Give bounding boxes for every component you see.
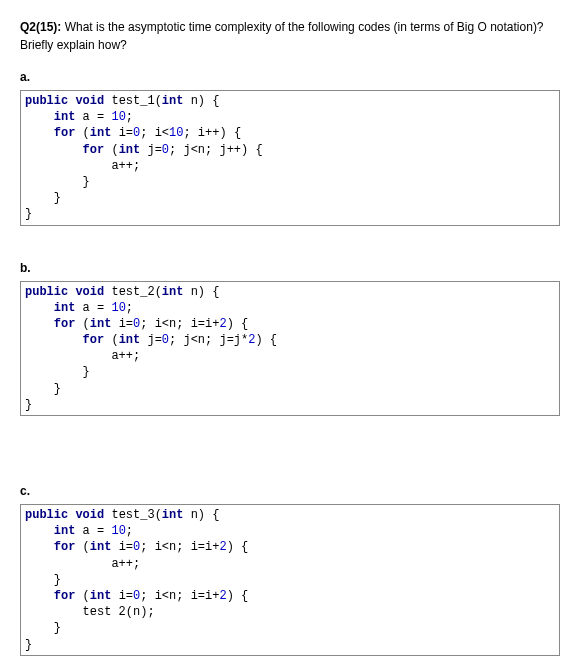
- question-label: Q2(15):: [20, 20, 61, 34]
- code-text: }: [54, 382, 61, 396]
- keyword: int: [119, 143, 141, 157]
- keyword: int: [119, 333, 141, 347]
- keyword: void: [75, 285, 104, 299]
- part-c-label: c.: [20, 484, 560, 498]
- keyword: for: [54, 126, 76, 140]
- code-text: ; i<n; i=i+: [140, 540, 219, 554]
- code-text: n) {: [183, 285, 219, 299]
- code-text: ;: [126, 110, 133, 124]
- code-text: test_3(: [104, 508, 162, 522]
- keyword: int: [162, 508, 184, 522]
- code-block-c: public void test_3(int n) { int a = 10; …: [20, 504, 560, 656]
- question-followup: Briefly explain how?: [20, 38, 560, 52]
- keyword: int: [90, 589, 112, 603]
- code-text: ) {: [227, 540, 249, 554]
- code-text: a =: [75, 110, 111, 124]
- code-text: ; j<n; j=j*: [169, 333, 248, 347]
- code-text: ) {: [255, 333, 277, 347]
- code-text: a++;: [111, 159, 140, 173]
- code-text: ;: [126, 301, 133, 315]
- keyword: for: [83, 333, 105, 347]
- keyword: int: [54, 110, 76, 124]
- keyword: public: [25, 285, 68, 299]
- number-literal: 2: [219, 540, 226, 554]
- code-text: i=: [111, 589, 133, 603]
- code-text: }: [25, 638, 32, 652]
- keyword: int: [90, 126, 112, 140]
- code-text: }: [83, 365, 90, 379]
- code-text: a++;: [111, 349, 140, 363]
- keyword: void: [75, 508, 104, 522]
- code-text: ; i++) {: [183, 126, 241, 140]
- code-text: a =: [75, 524, 111, 538]
- keyword: int: [54, 301, 76, 315]
- code-text: a++;: [111, 557, 140, 571]
- code-text: ; j<n; j++) {: [169, 143, 263, 157]
- keyword: void: [75, 94, 104, 108]
- number-literal: 10: [169, 126, 183, 140]
- keyword: for: [83, 143, 105, 157]
- keyword: for: [54, 540, 76, 554]
- code-text: test 2(n);: [83, 605, 155, 619]
- code-text: ) {: [227, 589, 249, 603]
- code-text: }: [54, 191, 61, 205]
- keyword: int: [90, 317, 112, 331]
- code-text: test_2(: [104, 285, 162, 299]
- code-text: test_1(: [104, 94, 162, 108]
- code-text: a =: [75, 301, 111, 315]
- code-text: j=: [140, 333, 162, 347]
- number-literal: 10: [111, 524, 125, 538]
- part-a-label: a.: [20, 70, 560, 84]
- code-block-b: public void test_2(int n) { int a = 10; …: [20, 281, 560, 417]
- keyword: int: [54, 524, 76, 538]
- code-text: }: [25, 207, 32, 221]
- code-text: (: [104, 333, 118, 347]
- spacer: [20, 426, 560, 466]
- code-text: (: [104, 143, 118, 157]
- code-text: ) {: [227, 317, 249, 331]
- code-text: (: [75, 540, 89, 554]
- number-literal: 2: [219, 589, 226, 603]
- number-literal: 10: [111, 110, 125, 124]
- keyword: public: [25, 94, 68, 108]
- keyword: public: [25, 508, 68, 522]
- part-b-label: b.: [20, 261, 560, 275]
- code-text: }: [54, 573, 61, 587]
- number-literal: 2: [219, 317, 226, 331]
- code-block-a: public void test_1(int n) { int a = 10; …: [20, 90, 560, 226]
- number-literal: 10: [111, 301, 125, 315]
- code-text: ;: [126, 524, 133, 538]
- code-text: (: [75, 317, 89, 331]
- code-text: ; i<n; i=i+: [140, 589, 219, 603]
- question-prompt-text: What is the asymptotic time complexity o…: [61, 20, 543, 34]
- code-text: i=: [111, 317, 133, 331]
- keyword: int: [90, 540, 112, 554]
- code-text: n) {: [183, 94, 219, 108]
- code-text: (: [75, 126, 89, 140]
- code-text: ; i<n; i=i+: [140, 317, 219, 331]
- number-literal: 0: [162, 333, 169, 347]
- code-text: }: [83, 175, 90, 189]
- keyword: for: [54, 589, 76, 603]
- code-text: j=: [140, 143, 162, 157]
- code-text: i=: [111, 126, 133, 140]
- code-text: }: [54, 621, 61, 635]
- code-text: i=: [111, 540, 133, 554]
- code-text: (: [75, 589, 89, 603]
- code-text: }: [25, 398, 32, 412]
- code-text: ; i<: [140, 126, 169, 140]
- keyword: int: [162, 94, 184, 108]
- question-header: Q2(15): What is the asymptotic time comp…: [20, 20, 560, 52]
- question-prompt: Q2(15): What is the asymptotic time comp…: [20, 20, 560, 34]
- keyword: int: [162, 285, 184, 299]
- code-text: n) {: [183, 508, 219, 522]
- number-literal: 0: [162, 143, 169, 157]
- keyword: for: [54, 317, 76, 331]
